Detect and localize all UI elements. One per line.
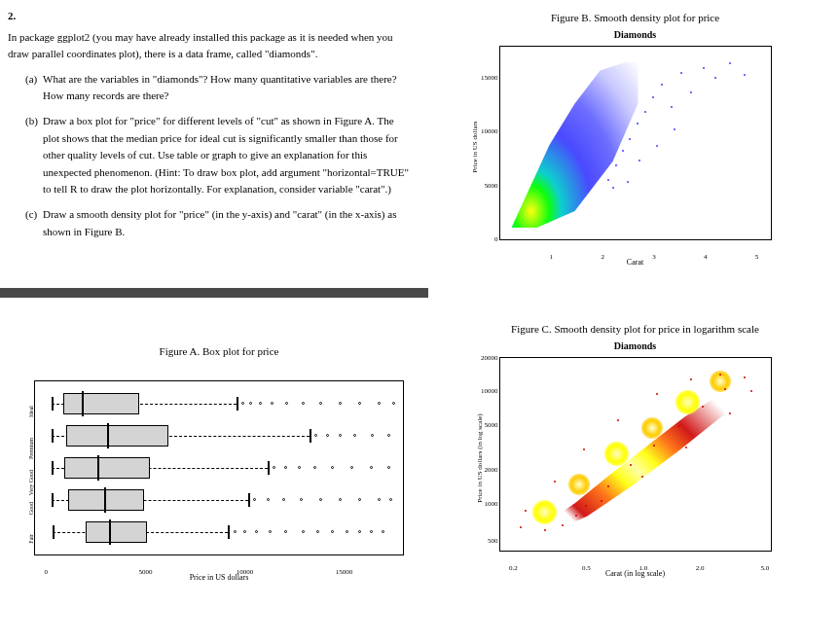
figure-b-title: Diamonds [438,29,832,40]
question-number: 2. [8,8,412,25]
figure-c-caption: Figure C. Smooth density plot for price … [438,323,832,335]
figure-b-plot-area: 0 5000 10000 15000 1 2 3 4 5 [499,46,772,240]
question-item-b: (b) Draw a box plot for "price" for diff… [25,113,412,198]
figure-a-caption: Figure A. Box plot for price [15,345,423,357]
box-verygood [47,455,391,481]
horizontal-divider [0,288,428,298]
figure-c-title: Diamonds [438,340,832,351]
item-label: (c) [25,206,37,224]
figure-c-plot-area: 500 1000 2000 5000 10000 20000 0.2 0.5 1… [499,357,772,552]
box-premium [47,423,391,448]
sparse-points [598,54,763,200]
figure-c-y-ticks: 500 1000 2000 5000 10000 20000 [477,358,498,551]
question-item-a: (a) What are the variables in "diamonds"… [25,71,412,105]
figure-a-plot-area: Ideal Premium Very Good Good Fair [34,380,404,555]
figure-c-xlabel: Carat (in log scale) [499,569,772,578]
item-text: Draw a smooth density plot for "price" (… [43,208,396,237]
box-good [47,487,391,513]
item-text: What are the variables in "diamonds"? Ho… [43,73,397,102]
question-intro: In package ggplot2 (you may have already… [8,29,412,63]
question-text-block: 2. In package ggplot2 (you may have alre… [8,8,421,248]
question-item-c: (c) Draw a smooth density plot for "pric… [25,206,412,240]
figure-c-block: Figure C. Smooth density plot for price … [438,323,832,578]
figure-a-block: Figure A. Box plot for price Quality of … [15,345,423,582]
figure-b-caption: Figure B. Smooth density plot for price [438,12,832,23]
item-text: Draw a box plot for "price" for differen… [43,115,409,195]
box-fair [47,519,391,545]
log-density-cloud [515,371,758,536]
figure-b-block: Figure B. Smooth density plot for price … [438,12,832,267]
figure-b-y-ticks: 0 5000 10000 15000 [477,47,498,239]
figure-b-xlabel: Carat [499,258,772,267]
item-label: (a) [25,71,37,89]
item-label: (b) [25,113,38,130]
figure-a-y-labels: Ideal Premium Very Good Good Fair [0,381,33,555]
box-ideal [47,391,391,416]
